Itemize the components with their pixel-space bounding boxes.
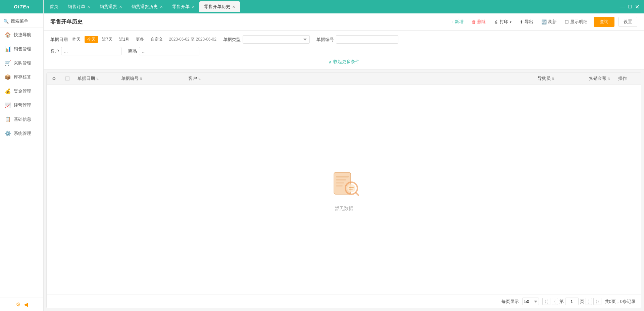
customer-sort-icon: ⇅ — [198, 77, 201, 81]
quick-nav-icon: 🏠 — [5, 32, 11, 38]
order-no-label: 单据编号 — [316, 37, 334, 43]
tab-retail-open-history-close[interactable]: ✕ — [232, 5, 235, 9]
select-all-checkbox[interactable] — [65, 76, 69, 81]
collapse-filter-label: 收起更多条件 — [333, 59, 359, 65]
sidebar-item-biz-mgmt[interactable]: 📈 经营管理 — [0, 98, 43, 112]
collapse-filter-button[interactable]: ∧ 收起更多条件 — [329, 59, 359, 65]
sidebar-item-sales-mgmt[interactable]: 📊 销售管理 — [0, 42, 43, 56]
product-input[interactable]: ... — [139, 47, 199, 55]
amount-sort-icon: ⇅ — [607, 77, 610, 81]
collapse-sidebar-icon[interactable]: ◀ — [24, 301, 28, 308]
sidebar-item-stock-calc[interactable]: 📦 库存核算 — [0, 70, 43, 84]
settings-bottom-icon[interactable]: ⚙ — [16, 301, 20, 308]
tab-retail-open-history[interactable]: 零售开单历史 ✕ — [199, 1, 240, 12]
display-detail-button[interactable]: ☐ 显示明细 — [563, 17, 590, 26]
maximize-icon[interactable]: □ — [628, 4, 632, 10]
tab-sales-order-close[interactable]: ✕ — [87, 5, 90, 9]
tab-retail-open[interactable]: 零售开单 ✕ — [167, 1, 199, 12]
th-date[interactable]: 单据日期 ⇅ — [73, 75, 117, 82]
guide-sort-icon: ⇅ — [552, 77, 554, 81]
first-page-button[interactable]: ⟨⟨ — [542, 298, 550, 305]
date-btn-more[interactable]: 更多 — [133, 36, 147, 43]
filter-row-1: 单据日期 昨天 今天 近7天 近1月 更多 自定义 2023-06-02 至 2… — [50, 35, 637, 44]
main-area: 首页 销售订单 ✕ 销货退货 ✕ 销货退货历史 ✕ 零售开单 ✕ 零售开单历史 … — [44, 0, 644, 311]
search-icon: 🔍 — [3, 19, 9, 24]
tab-sales-return-history-label: 销货退货历史 — [132, 4, 158, 10]
th-ops-label: 操作 — [618, 75, 627, 82]
settings-button[interactable]: 设置 — [618, 17, 637, 27]
brand-logo: OfTEn — [0, 0, 43, 13]
th-amount-label: 实销金额 — [589, 75, 606, 82]
sidebar-item-sys-mgmt[interactable]: ⚙️ 系统管理 — [0, 126, 43, 141]
th-ops: 操作 — [614, 75, 641, 82]
empty-illustration — [327, 167, 361, 201]
date-btn-today[interactable]: 今天 — [85, 36, 98, 43]
refresh-icon: 🔄 — [541, 19, 547, 24]
tab-home-label: 首页 — [50, 4, 58, 10]
th-customer[interactable]: 客户 ⇅ — [184, 75, 534, 82]
sidebar-item-base-info[interactable]: 📋 基础信息 — [0, 112, 43, 126]
th-checkbox[interactable] — [61, 76, 73, 81]
svg-rect-1 — [336, 176, 349, 177]
page-suffix: 页 — [580, 299, 584, 305]
tab-sales-return-close[interactable]: ✕ — [119, 5, 122, 9]
th-amount[interactable]: 实销金额 ⇅ — [574, 75, 614, 82]
empty-state: 暂无数据 — [47, 85, 641, 295]
close-window-icon[interactable]: ✕ — [635, 4, 639, 10]
sales-mgmt-icon: 📊 — [5, 46, 11, 52]
minimize-icon[interactable]: — — [620, 4, 625, 10]
sidebar-item-purchase-mgmt[interactable]: 🛒 采购管理 — [0, 56, 43, 70]
export-button[interactable]: ⬆ 导出 — [517, 17, 535, 26]
page-label: 第 — [559, 299, 564, 305]
display-detail-label: 显示明细 — [570, 19, 588, 25]
tab-sales-return-history[interactable]: 销货退货历史 ✕ — [127, 1, 167, 12]
biz-mgmt-icon: 📈 — [5, 102, 11, 108]
sidebar-search[interactable]: 🔍 搜索菜单 — [0, 13, 43, 28]
customer-input[interactable]: ... — [61, 47, 121, 55]
tab-retail-open-close[interactable]: ✕ — [192, 5, 195, 9]
per-page-select[interactable]: 10 20 50 100 — [522, 298, 539, 305]
add-button[interactable]: + 新增 — [449, 17, 465, 26]
date-btn-custom[interactable]: 自定义 — [148, 36, 165, 43]
next-page-button[interactable]: ⟩ — [586, 298, 592, 305]
print-button[interactable]: 🖨 打印 ▾ — [492, 17, 513, 26]
tab-retail-open-label: 零售开单 — [172, 4, 190, 10]
prev-page-button[interactable]: ⟨ — [552, 298, 558, 305]
tab-sales-return-history-close[interactable]: ✕ — [160, 5, 163, 9]
svg-rect-4 — [336, 185, 343, 187]
order-type-label: 单据类型 — [223, 37, 241, 43]
last-page-button[interactable]: ⟩⟩ — [593, 298, 601, 305]
tab-home[interactable]: 首页 — [45, 1, 63, 12]
sidebar-item-label: 采购管理 — [14, 60, 31, 66]
empty-text: 暂无数据 — [335, 206, 353, 212]
svg-rect-2 — [336, 179, 346, 180]
stock-calc-icon: 📦 — [5, 74, 11, 80]
query-button[interactable]: 查询 — [594, 17, 614, 27]
th-guide[interactable]: 导购员 ⇅ — [534, 75, 574, 82]
refresh-button[interactable]: 🔄 刷新 — [539, 17, 559, 26]
tab-retail-open-history-label: 零售开单历史 — [204, 4, 230, 10]
add-label: 新增 — [455, 19, 463, 25]
th-customer-label: 客户 — [188, 75, 197, 82]
order-no-sort-icon: ⇅ — [140, 77, 142, 81]
date-btn-last7[interactable]: 近7天 — [99, 36, 115, 43]
sidebar-item-fund-mgmt[interactable]: 💰 资金管理 — [0, 84, 43, 98]
date-range-text: 2023-06-02 至 2023-06-02 — [169, 37, 216, 42]
print-dropdown-icon: ▾ — [510, 20, 511, 24]
order-no-input[interactable] — [336, 35, 398, 44]
customer-ellipsis-text: ... — [64, 49, 68, 54]
order-type-select[interactable] — [243, 35, 310, 44]
th-date-label: 单据日期 — [78, 75, 95, 82]
tab-sales-order[interactable]: 销售订单 ✕ — [63, 1, 95, 12]
sidebar-item-label: 经营管理 — [14, 102, 31, 108]
sidebar-item-quick-nav[interactable]: 🏠 快捷导航 — [0, 28, 43, 42]
date-btn-last1m[interactable]: 近1月 — [116, 36, 132, 43]
th-gear[interactable]: ⚙ — [47, 76, 61, 81]
tab-sales-return[interactable]: 销货退货 ✕ — [95, 1, 127, 12]
date-btn-yesterday[interactable]: 昨天 — [70, 36, 83, 43]
date-filter-label: 单据日期 — [50, 37, 68, 43]
th-order-no[interactable]: 单据编号 ⇅ — [117, 75, 184, 82]
delete-button[interactable]: 🗑 删除 — [469, 17, 488, 26]
toolbar: + 新增 🗑 删除 🖨 打印 ▾ ⬆ 导出 🔄 刷新 ☐ 显示 — [449, 17, 637, 27]
page-input[interactable] — [565, 298, 579, 305]
